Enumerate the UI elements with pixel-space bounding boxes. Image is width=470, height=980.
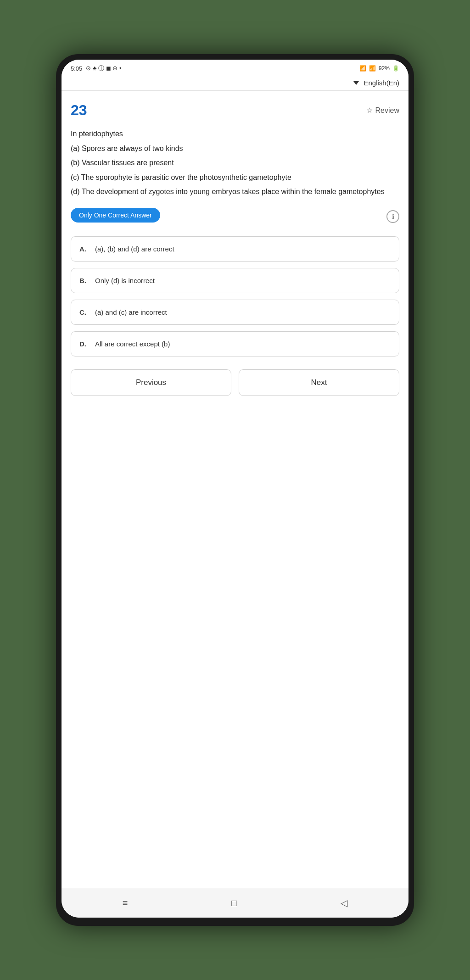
question-option-a: (a) Spores are always of two kinds <box>71 143 399 155</box>
badge-row: Only One Correct Answer ℹ <box>71 208 399 225</box>
previous-button[interactable]: Previous <box>71 369 231 396</box>
option-a-text: (a), (b) and (d) are correct <box>95 245 174 253</box>
star-icon: ☆ <box>366 106 373 115</box>
option-b-letter: B. <box>79 277 89 284</box>
status-left: 5:05 ⊙ ♣ ⓘ ◼ ⊖ • <box>71 64 121 72</box>
option-c-letter: C. <box>79 308 89 316</box>
option-d-letter: D. <box>79 340 89 348</box>
option-c-text: (a) and (c) are incorrect <box>95 308 167 316</box>
bottom-navigation: ≡ □ ◁ <box>62 888 408 918</box>
phone-frame: 5:05 ⊙ ♣ ⓘ ◼ ⊖ • 📶 📶 92% 🔋 English(En) 2… <box>56 54 414 926</box>
info-icon[interactable]: ℹ <box>386 210 399 223</box>
option-d-text: All are correct except (b) <box>95 340 170 348</box>
option-d[interactable]: D. All are correct except (b) <box>71 331 399 356</box>
options-list: A. (a), (b) and (d) are correct B. Only … <box>71 236 399 356</box>
home-button[interactable]: □ <box>224 895 244 911</box>
review-label: Review <box>375 106 399 115</box>
chevron-down-icon <box>353 81 359 85</box>
wifi-icon: 📶 <box>359 65 366 72</box>
answer-type-badge: Only One Correct Answer <box>71 208 160 223</box>
language-bar[interactable]: English(En) <box>62 75 408 91</box>
question-header: 23 ☆ Review <box>71 102 399 119</box>
status-right: 📶 📶 92% 🔋 <box>359 65 399 72</box>
option-b-text: Only (d) is incorrect <box>95 277 155 284</box>
battery-icon: 🔋 <box>392 65 399 72</box>
battery-percent: 92% <box>379 65 390 72</box>
question-option-b: (b) Vascular tissues are present <box>71 157 399 169</box>
option-c[interactable]: C. (a) and (c) are incorrect <box>71 300 399 325</box>
content-area: 23 ☆ Review In pteridophytes (a) Spores … <box>62 91 408 888</box>
question-intro: In pteridophytes <box>71 128 399 140</box>
nav-buttons: Previous Next <box>71 369 399 396</box>
back-button[interactable]: ◁ <box>333 895 355 911</box>
menu-button[interactable]: ≡ <box>115 895 135 911</box>
status-bar: 5:05 ⊙ ♣ ⓘ ◼ ⊖ • 📶 📶 92% 🔋 <box>62 60 408 75</box>
signal-icon: 📶 <box>369 65 376 72</box>
question-text: In pteridophytes (a) Spores are always o… <box>71 128 399 198</box>
next-button[interactable]: Next <box>239 369 399 396</box>
phone-screen: 5:05 ⊙ ♣ ⓘ ◼ ⊖ • 📶 📶 92% 🔋 English(En) 2… <box>62 60 408 918</box>
question-option-c: (c) The sporophyte is parasitic over the… <box>71 172 399 184</box>
question-number: 23 <box>71 102 87 119</box>
time-display: 5:05 <box>71 65 82 72</box>
question-option-d: (d) The development of zygotes into youn… <box>71 186 399 198</box>
option-a-letter: A. <box>79 245 89 253</box>
status-icons: ⊙ ♣ ⓘ ◼ ⊖ • <box>86 64 121 72</box>
option-b[interactable]: B. Only (d) is incorrect <box>71 268 399 293</box>
review-button[interactable]: ☆ Review <box>366 106 399 115</box>
language-label: English(En) <box>364 79 399 87</box>
option-a[interactable]: A. (a), (b) and (d) are correct <box>71 236 399 262</box>
